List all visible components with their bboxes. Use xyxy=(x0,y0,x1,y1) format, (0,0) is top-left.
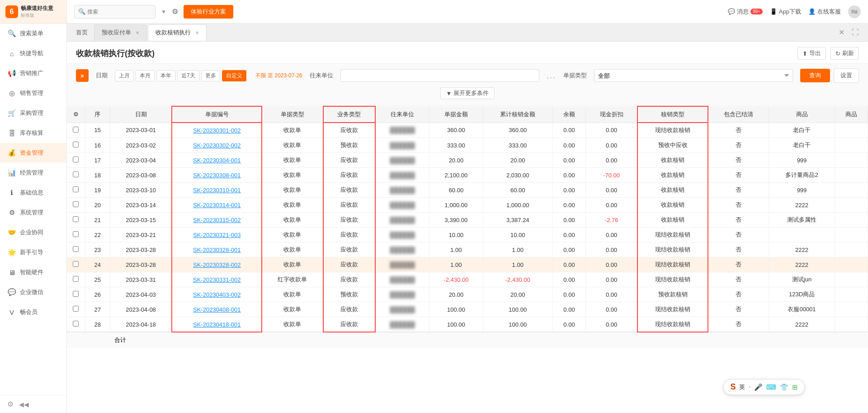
col-checkbox[interactable] xyxy=(67,183,85,198)
sidebar-item-corp[interactable]: 🤝企业协同 xyxy=(0,223,66,242)
tab-home[interactable]: 首页 xyxy=(71,24,93,41)
date-more-btn[interactable]: 更多 xyxy=(201,70,220,81)
row-checkbox[interactable] xyxy=(73,246,79,252)
filter-toggle-btn[interactable]: » xyxy=(76,69,89,82)
table-row[interactable]: 21 2023-03-15 SK-20230315-002 收款单 应收款 ██… xyxy=(67,213,868,228)
expand-conditions-btn[interactable]: ▼ 展开更多条件 xyxy=(440,87,495,99)
col-checkbox[interactable] xyxy=(67,153,85,168)
tab-close-all-btn[interactable]: ✕ xyxy=(837,26,846,38)
col-checkbox[interactable] xyxy=(67,287,85,302)
set-btn[interactable]: 设置 xyxy=(834,68,859,83)
bill-no-link[interactable]: SK-20230301-002 xyxy=(193,127,241,134)
app-download-action[interactable]: 📱 App下载 xyxy=(770,8,801,16)
sidebar-item-marketing[interactable]: 📢营销推广 xyxy=(0,63,66,83)
col-checkbox[interactable] xyxy=(67,228,85,242)
sidebar-item-sales[interactable]: ◎销售管理 xyxy=(0,83,66,103)
row-checkbox[interactable] xyxy=(73,321,79,327)
ft-text-icon[interactable]: 英 xyxy=(739,383,745,391)
col-bill-no[interactable]: SK-20230408-001 xyxy=(172,302,262,317)
col-checkbox[interactable] xyxy=(67,317,85,332)
table-row[interactable]: 27 2023-04-08 SK-20230408-001 收款单 应收款 ██… xyxy=(67,302,868,317)
row-checkbox[interactable] xyxy=(73,231,79,237)
tab-writeoff[interactable]: 收款核销执行 ✕ xyxy=(148,24,207,41)
topbar-chevron-icon[interactable]: ▼ xyxy=(161,9,166,15)
ft-grid-icon[interactable]: ⊞ xyxy=(792,383,798,391)
row-checkbox[interactable] xyxy=(73,142,79,147)
tab-prepay[interactable]: 预收应付单 ✕ xyxy=(94,24,147,41)
table-row[interactable]: 24 2023-03-28 SK-20230328-002 收款单 应收款 ██… xyxy=(67,257,868,272)
row-checkbox[interactable] xyxy=(73,261,79,267)
table-row[interactable]: 16 2023-03-02 SK-20230302-002 收款单 预收款 ██… xyxy=(67,138,868,153)
bill-no-link[interactable]: SK-20230331-002 xyxy=(193,276,241,283)
sidebar-item-inventory[interactable]: 🗄库存核算 xyxy=(0,123,66,143)
col-bill-no[interactable]: SK-20230315-002 xyxy=(172,213,262,228)
bill-no-link[interactable]: SK-20230302-002 xyxy=(193,142,241,149)
table-row[interactable]: 20 2023-03-14 SK-20230314-001 收款单 应收款 ██… xyxy=(67,198,868,213)
bill-no-link[interactable]: SK-20230328-002 xyxy=(193,261,241,268)
row-checkbox[interactable] xyxy=(73,201,79,207)
col-checkbox[interactable] xyxy=(67,213,85,228)
ft-keyboard-icon[interactable]: ⌨ xyxy=(766,383,776,391)
sidebar-item-wechat[interactable]: 💬企业微信 xyxy=(0,282,66,302)
col-bill-no[interactable]: SK-20230403-002 xyxy=(172,287,262,302)
sidebar-item-system[interactable]: ⚙系统管理 xyxy=(0,203,66,223)
table-row[interactable]: 17 2023-03-04 SK-20230304-001 收款单 应收款 ██… xyxy=(67,153,868,168)
date-this-month-btn[interactable]: 本月 xyxy=(136,70,155,81)
bill-no-link[interactable]: SK-20230314-001 xyxy=(193,202,241,209)
sidebar-item-search[interactable]: 🔍搜索菜单 xyxy=(0,24,66,43)
ft-shirt-icon[interactable]: 👕 xyxy=(780,383,788,391)
bill-no-link[interactable]: SK-20230310-001 xyxy=(193,187,241,194)
bill-no-link[interactable]: SK-20230315-002 xyxy=(193,217,241,223)
user-avatar[interactable]: Rit xyxy=(848,5,861,18)
date-custom-btn[interactable]: 自定义 xyxy=(222,70,246,81)
col-bill-no[interactable]: SK-20230321-003 xyxy=(172,228,262,242)
bill-no-link[interactable]: SK-20230308-001 xyxy=(193,172,241,179)
col-bill-no[interactable]: SK-20230314-001 xyxy=(172,198,262,213)
col-checkbox[interactable] xyxy=(67,257,85,272)
row-checkbox[interactable] xyxy=(73,216,79,222)
row-checkbox[interactable] xyxy=(73,276,79,282)
sidebar-item-purchase[interactable]: 🛒采购管理 xyxy=(0,103,66,123)
bill-no-link[interactable]: SK-20230328-001 xyxy=(193,247,241,253)
industry-btn[interactable]: 体验行业方案 xyxy=(184,5,233,19)
tab-writeoff-close[interactable]: ✕ xyxy=(195,30,199,35)
col-bill-no[interactable]: SK-20230310-001 xyxy=(172,183,262,198)
table-row[interactable]: 26 2023-04-03 SK-20230403-002 收款单 预收款 ██… xyxy=(67,287,868,302)
query-btn[interactable]: 查询 xyxy=(800,69,830,82)
table-row[interactable]: 28 2023-04-18 SK-20230418-001 收款单 应收款 ██… xyxy=(67,317,868,332)
col-bill-no[interactable]: SK-20230301-002 xyxy=(172,123,262,138)
col-bill-no[interactable]: SK-20230304-001 xyxy=(172,153,262,168)
table-row[interactable]: 15 2023-03-01 SK-20230301-002 收款单 应收款 ██… xyxy=(67,123,868,138)
table-row[interactable]: 18 2023-03-08 SK-20230308-001 收款单 应收款 ██… xyxy=(67,168,868,183)
col-checkbox[interactable] xyxy=(67,272,85,287)
sidebar-item-operation[interactable]: 📊经营管理 xyxy=(0,163,66,183)
export-btn[interactable]: ⬆ 导出 xyxy=(797,47,826,60)
tab-expand-btn[interactable]: ⛶ xyxy=(850,26,861,38)
date-this-year-btn[interactable]: 本年 xyxy=(156,70,175,81)
unit-input[interactable] xyxy=(340,69,539,82)
table-row[interactable]: 25 2023-03-31 SK-20230331-002 红字收款单 应收款 … xyxy=(67,272,868,287)
online-service-action[interactable]: 👤 在线客服 xyxy=(808,8,841,16)
gear-icon[interactable]: ⚙ xyxy=(7,400,14,408)
col-bill-no[interactable]: SK-20230328-001 xyxy=(172,242,262,257)
row-checkbox[interactable] xyxy=(73,127,79,133)
row-checkbox[interactable] xyxy=(73,157,79,162)
col-bill-no[interactable]: SK-20230418-001 xyxy=(172,317,262,332)
bill-no-link[interactable]: SK-20230408-001 xyxy=(193,306,241,313)
ft-mic-icon[interactable]: 🎤 xyxy=(754,383,763,391)
col-checkbox[interactable] xyxy=(67,123,85,138)
topbar-search-box[interactable]: 🔍 xyxy=(74,5,156,19)
sidebar-item-finance[interactable]: 💰资金管理 xyxy=(0,143,66,163)
sidebar-item-quick[interactable]: ⌂快捷导航 xyxy=(0,43,66,63)
col-bill-no[interactable]: SK-20230308-001 xyxy=(172,168,262,183)
col-bill-no[interactable]: SK-20230328-002 xyxy=(172,257,262,272)
bill-no-link[interactable]: SK-20230418-001 xyxy=(193,321,241,328)
row-checkbox[interactable] xyxy=(73,186,79,192)
search-input[interactable] xyxy=(87,9,146,15)
collapse-icon[interactable]: ◀◀ xyxy=(19,401,29,408)
table-row[interactable]: 19 2023-03-10 SK-20230310-001 收款单 应收款 ██… xyxy=(67,183,868,198)
sidebar-item-basic[interactable]: ℹ基础信息 xyxy=(0,183,66,203)
col-bill-no[interactable]: SK-20230302-002 xyxy=(172,138,262,153)
bill-no-link[interactable]: SK-20230403-002 xyxy=(193,291,241,298)
table-row[interactable]: 22 2023-03-21 SK-20230321-003 收款单 应收款 ██… xyxy=(67,228,868,242)
